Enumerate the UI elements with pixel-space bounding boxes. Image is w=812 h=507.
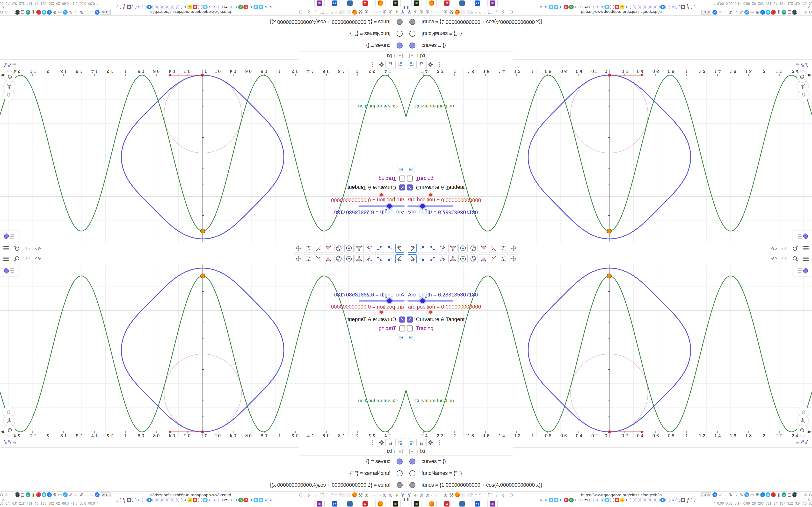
taskbar-drive-icon[interactable]: ▣ <box>391 0 401 7</box>
collapse-button[interactable]: − <box>397 449 403 454</box>
taskbar-apps[interactable]: ▣⚙▢64◉ <box>314 0 401 7</box>
thumb-icon[interactable]: ⊙ <box>808 10 812 15</box>
taskbar-apps[interactable]: ▣⚙▢64◉ <box>314 500 401 507</box>
taskbar-drive-icon[interactable]: ▣ <box>391 500 401 507</box>
tool-point-button[interactable]: A <box>385 243 394 253</box>
tool-move-cursor-button[interactable] <box>408 254 417 264</box>
tool-angle-button[interactable] <box>479 243 488 253</box>
arc-position-slider-thumb[interactable] <box>380 193 383 196</box>
tool-conic-button[interactable] <box>469 243 478 253</box>
show-input-button[interactable]: fₓ <box>417 438 426 447</box>
download-icon[interactable]: ↓ <box>734 10 739 15</box>
record-icon[interactable]: ● <box>36 10 41 15</box>
tracing-checkbox[interactable] <box>399 176 405 182</box>
graphics-tab-card[interactable] <box>794 60 810 68</box>
tool-move-cursor-button[interactable] <box>395 243 404 253</box>
tool-conic-button[interactable] <box>469 254 478 264</box>
tool-line-button[interactable] <box>428 243 437 253</box>
tool-polygon-button[interactable] <box>355 254 364 264</box>
trash-icon[interactable]: ▮ <box>776 492 781 497</box>
taskbar-settings-icon[interactable]: ⚙ <box>360 500 370 507</box>
globe-icon[interactable]: ⊕ <box>388 9 394 15</box>
globe-icon[interactable]: ⊕ <box>418 9 424 15</box>
sync-icon[interactable]: ⇅ <box>42 10 46 15</box>
plus-icon[interactable]: + <box>47 492 52 497</box>
forward-icon[interactable]: → <box>84 10 89 15</box>
search-button[interactable] <box>791 255 800 263</box>
translate2-icon[interactable]: A <box>744 10 749 15</box>
star-icon[interactable]: ☆ <box>718 492 723 497</box>
record-icon[interactable]: ● <box>771 492 776 497</box>
menu-button[interactable] <box>802 255 810 263</box>
forward-icon[interactable]: → <box>723 492 728 497</box>
zoom-in-button[interactable] <box>797 81 808 92</box>
collapse-button[interactable]: − <box>397 53 403 58</box>
pen-icon[interactable]: ✎ <box>739 10 744 15</box>
visibility-toggle[interactable] <box>409 458 415 464</box>
arc-length-slider[interactable] <box>359 206 405 207</box>
visibility-toggle[interactable] <box>409 43 415 49</box>
taskbar-firefox-icon[interactable] <box>375 500 386 507</box>
taskbar-floppy64-icon[interactable]: 64 <box>472 0 483 7</box>
graphics-view[interactable]: -2.4-2.2-2-1.8-1.6-1.4-1.2-1-0.8-0.6-0.4… <box>0 265 406 438</box>
browser-right-icons[interactable]: A☆→↻↓✎A▭⚙+⇅●▮⊕▤UD◇⊕⊙⚒⚙● <box>712 10 812 15</box>
globe-color-icon[interactable]: ⊕ <box>781 10 786 15</box>
tool-tangent-line-button[interactable] <box>489 243 498 253</box>
algebra-row-curves[interactable]: curves = {} <box>406 40 513 52</box>
firefox-icon[interactable] <box>455 492 460 497</box>
thumb-icon[interactable]: ⊙ <box>808 492 812 497</box>
pen-icon[interactable]: ✎ <box>739 492 744 497</box>
panel-overflow-menu[interactable]: ⋮ <box>437 439 442 446</box>
algebra-settings-button[interactable] <box>426 60 435 69</box>
menu-button[interactable] <box>2 244 10 252</box>
graphics-style-flyout[interactable] <box>0 265 19 276</box>
capsule-icon[interactable]: ▭ <box>750 10 755 15</box>
forward-icon[interactable]: → <box>84 492 89 497</box>
star-icon[interactable]: ☆ <box>718 10 723 15</box>
tool-point-button[interactable]: A <box>385 254 394 264</box>
wrench-icon[interactable]: ⚒ <box>449 9 454 15</box>
taskbar-monitor-icon[interactable]: ▢ <box>345 0 355 7</box>
sort-by-type-button[interactable] <box>395 60 404 69</box>
nav-icons[interactable]: ❒ ← ◇ ⬯ <box>488 9 514 15</box>
forward-icon[interactable]: → <box>723 10 728 15</box>
capsule-icon[interactable]: ▭ <box>57 492 62 497</box>
globe-icon[interactable]: ⊕ <box>4 492 9 497</box>
show-input-button[interactable]: fₓ <box>386 60 395 69</box>
translate2-icon[interactable]: A <box>744 492 749 497</box>
taskbar-drive-icon[interactable]: ▣ <box>411 0 421 7</box>
show-input-button[interactable]: fₓ <box>386 438 395 447</box>
address-bar-url[interactable]: https://www.geogebra.org/classic/aagcxh3… <box>581 9 662 14</box>
visibility-toggle[interactable] <box>397 43 403 49</box>
algebra-row-curves[interactable]: curves = {} <box>406 455 513 467</box>
panel-overflow-menu[interactable]: ⋮ <box>437 61 442 68</box>
taskbar-monitor-icon[interactable]: ▢ <box>345 500 355 507</box>
download-icon[interactable]: ↓ <box>73 492 78 497</box>
sync-icon[interactable]: ⇅ <box>766 492 770 497</box>
star-icon[interactable]: ☆ <box>89 492 94 497</box>
search-button[interactable] <box>791 244 800 252</box>
translate2-icon[interactable]: A <box>63 10 68 15</box>
capsule-icon[interactable]: ▭ <box>57 10 62 15</box>
clipboard-icon[interactable]: ▤ <box>20 10 25 15</box>
taskbar-settings-icon[interactable]: ⚙ <box>442 0 452 7</box>
algebra-row-funcnames[interactable]: funcNames = {" "} <box>406 467 513 479</box>
tool-move-view-button[interactable] <box>294 243 303 253</box>
tool-polygon-button[interactable] <box>448 243 457 253</box>
taskbar-apps[interactable]: ▣⚙▢64◉ <box>411 500 498 507</box>
shield-icon[interactable]: ◇ <box>10 492 14 497</box>
record-icon[interactable]: ● <box>36 492 41 497</box>
taskbar-settings-icon[interactable]: ⚙ <box>360 0 370 7</box>
undo-button[interactable]: ↶ <box>34 255 42 263</box>
skip-animation-button[interactable] <box>397 334 405 341</box>
skip-animation-button[interactable] <box>407 334 415 341</box>
zoom-level-badge[interactable]: 81% <box>101 10 111 15</box>
globe-color-icon[interactable]: ⊕ <box>26 492 31 497</box>
zoom-out-button[interactable] <box>797 425 808 436</box>
ud-shield-icon[interactable]: UD <box>792 10 797 15</box>
skip-animation-button[interactable] <box>397 166 405 173</box>
arc-position-slider[interactable] <box>407 312 453 313</box>
visibility-toggle[interactable] <box>397 31 403 37</box>
undo-button[interactable]: ↶ <box>770 244 778 252</box>
zoom-out-button[interactable] <box>4 71 15 82</box>
